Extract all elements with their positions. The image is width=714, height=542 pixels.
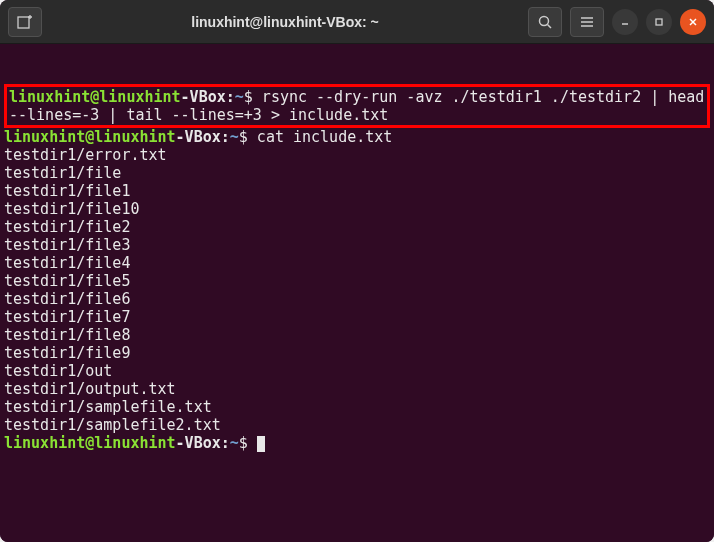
output-line: testdir1/file5: [4, 272, 710, 290]
prompt-user: linuxhint@linuxhint: [4, 434, 176, 452]
close-button[interactable]: [680, 9, 706, 35]
prompt-dollar: $: [244, 88, 253, 106]
titlebar: linuxhint@linuxhint-VBox: ~: [0, 0, 714, 44]
output-line: testdir1/file10: [4, 200, 710, 218]
window-title: linuxhint@linuxhint-VBox: ~: [50, 14, 520, 30]
prompt-user: linuxhint@linuxhint: [4, 128, 176, 146]
prompt-path: ~: [230, 434, 239, 452]
svg-line-4: [548, 24, 552, 28]
output-line: testdir1/file6: [4, 290, 710, 308]
terminal-body[interactable]: linuxhint@linuxhint-VBox:~$ rsync --dry-…: [0, 44, 714, 542]
prompt-colon: :: [221, 434, 230, 452]
svg-rect-0: [18, 17, 29, 28]
output-line: testdir1/file2: [4, 218, 710, 236]
minimize-icon: [619, 16, 631, 28]
close-icon: [687, 16, 699, 28]
output-line: testdir1/error.txt: [4, 146, 710, 164]
output-line: testdir1/file3: [4, 236, 710, 254]
prompt-host: -VBox: [176, 128, 221, 146]
prompt-path: ~: [230, 128, 239, 146]
menu-button[interactable]: [570, 7, 604, 37]
prompt-user: linuxhint@linuxhint: [9, 88, 181, 106]
output-line: testdir1/file8: [4, 326, 710, 344]
new-tab-button[interactable]: [8, 7, 42, 37]
output-line: testdir1/file1: [4, 182, 710, 200]
highlighted-command: linuxhint@linuxhint-VBox:~$ rsync --dry-…: [4, 84, 710, 128]
prompt-path: ~: [235, 88, 244, 106]
output-line: testdir1/file4: [4, 254, 710, 272]
command-3: [248, 434, 257, 452]
terminal-window: linuxhint@linuxhint-VBox: ~: [0, 0, 714, 542]
command-line-3: linuxhint@linuxhint-VBox:~$: [4, 434, 710, 452]
new-tab-icon: [16, 13, 34, 31]
output-line: testdir1/file9: [4, 344, 710, 362]
output-line: testdir1/out: [4, 362, 710, 380]
svg-rect-9: [656, 19, 662, 25]
output-line: testdir1/samplefile.txt: [4, 398, 710, 416]
maximize-button[interactable]: [646, 9, 672, 35]
search-button[interactable]: [528, 7, 562, 37]
command-line-2: linuxhint@linuxhint-VBox:~$ cat include.…: [4, 128, 710, 146]
titlebar-right: [528, 7, 706, 37]
output-line: testdir1/output.txt: [4, 380, 710, 398]
output-line: testdir1/file7: [4, 308, 710, 326]
minimize-button[interactable]: [612, 9, 638, 35]
prompt-colon: :: [221, 128, 230, 146]
prompt-dollar: $: [239, 128, 248, 146]
output-line: testdir1/file: [4, 164, 710, 182]
output-line: testdir1/samplefile2.txt: [4, 416, 710, 434]
cursor: [257, 436, 265, 452]
prompt-dollar: $: [239, 434, 248, 452]
svg-point-3: [540, 16, 549, 25]
prompt-colon: :: [226, 88, 235, 106]
command-2: cat include.txt: [248, 128, 393, 146]
prompt-host: -VBox: [176, 434, 221, 452]
search-icon: [537, 14, 553, 30]
hamburger-icon: [579, 14, 595, 30]
prompt-host: -VBox: [181, 88, 226, 106]
maximize-icon: [653, 16, 665, 28]
titlebar-left: [8, 7, 42, 37]
